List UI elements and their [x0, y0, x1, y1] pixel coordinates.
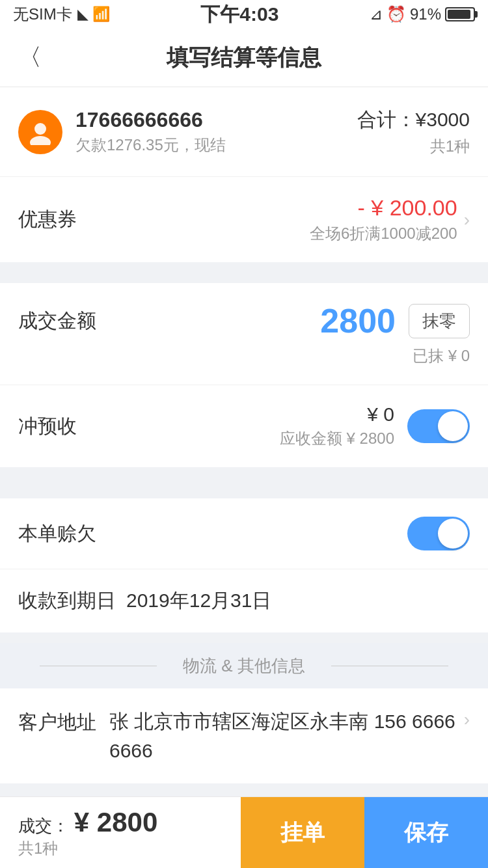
- back-button[interactable]: 〈: [18, 42, 42, 74]
- wifi-icon: ◣ 📶: [77, 6, 110, 23]
- amount-sub: 已抹 ¥ 0: [18, 346, 470, 366]
- amount-card: 成交金额 2800 抹零 已抹 ¥ 0 冲预收 ¥ 0 应收金额 ¥ 2800: [0, 283, 488, 467]
- customer-left: 17666666666 欠款1276.35元，现结: [18, 108, 226, 156]
- header-line-left: [40, 666, 157, 666]
- amount-value: 2800: [320, 301, 396, 340]
- amount-label: 成交金额: [18, 308, 96, 334]
- status-left: 无SIM卡 ◣ 📶: [13, 4, 110, 25]
- avatar: [18, 110, 62, 154]
- location-icon: ⊿: [370, 5, 383, 23]
- section-sep-1: [0, 273, 488, 283]
- carrier-label: 无SIM卡: [13, 4, 72, 25]
- total-label: 合计：: [357, 109, 416, 130]
- bottom-total-amount: ¥ 2800: [74, 807, 157, 837]
- coupon-desc: 全场6折满1000减200: [310, 223, 457, 244]
- debt-toggle[interactable]: [407, 517, 470, 550]
- customer-info: 17666666666 欠款1276.35元，现结: [75, 108, 226, 156]
- customer-card: 17666666666 欠款1276.35元，现结 合计：¥3000 共1种 优…: [0, 87, 488, 262]
- nav-bar: 〈 填写结算等信息: [0, 29, 488, 87]
- advance-row: 冲预收 ¥ 0 应收金额 ¥ 2800: [18, 403, 470, 449]
- content-area: 17666666666 欠款1276.35元，现结 合计：¥3000 共1种 优…: [0, 87, 488, 868]
- battery-percent: 91%: [410, 5, 441, 23]
- debt-card: 本单赊欠 收款到期日 2019年12月31日: [0, 498, 488, 632]
- status-right: ⊿ ⏰ 91%: [370, 5, 475, 23]
- bottom-total-label: 成交：: [18, 816, 69, 835]
- amount-right: 2800 抹零: [320, 301, 470, 340]
- due-date-value: 2019年12月31日: [126, 588, 271, 614]
- advance-sub: 应收金额 ¥ 2800: [280, 428, 394, 449]
- logistics-label: 物流 & 其他信息: [183, 655, 305, 677]
- alarm-icon: ⏰: [386, 5, 406, 23]
- customer-count: 共1种: [357, 136, 470, 157]
- status-bar: 无SIM卡 ◣ 📶 下午4:03 ⊿ ⏰ 91%: [0, 0, 488, 29]
- logistics-header: 物流 & 其他信息: [0, 643, 488, 688]
- debt-row: 本单赊欠: [0, 498, 488, 569]
- bottom-total-row: 成交： ¥ 2800: [18, 807, 241, 838]
- advance-right: ¥ 0 应收金额 ¥ 2800: [280, 403, 470, 449]
- coupon-chevron: ›: [464, 210, 470, 230]
- address-label: 客户地址: [18, 707, 96, 736]
- toggle-knob: [438, 411, 468, 441]
- section-sep-2: [0, 478, 488, 488]
- svg-point-1: [30, 136, 51, 145]
- customer-sub: 欠款1276.35元，现结: [75, 135, 226, 156]
- header-line-right: [331, 666, 448, 666]
- bottom-count: 共1种: [18, 838, 241, 859]
- coupon-row[interactable]: 优惠券 - ¥ 200.00 全场6折满1000减200 ›: [0, 176, 488, 262]
- customer-right: 合计：¥3000 共1种: [357, 107, 470, 157]
- advance-amount: ¥ 0: [280, 403, 394, 426]
- save-button[interactable]: 保存: [364, 797, 488, 869]
- coupon-label: 优惠券: [18, 206, 77, 233]
- advance-label: 冲预收: [18, 413, 77, 440]
- customer-row: 17666666666 欠款1276.35元，现结 合计：¥3000 共1种: [0, 87, 488, 176]
- amount-row: 成交金额 2800 抹零: [18, 301, 470, 340]
- round-button[interactable]: 抹零: [409, 304, 470, 338]
- customer-phone: 17666666666: [75, 108, 226, 132]
- total-amount: ¥3000: [416, 109, 470, 130]
- advance-toggle[interactable]: [407, 409, 470, 443]
- address-value: 张 北京市市辖区海淀区永丰南 156 6666 6666: [109, 707, 457, 765]
- address-section[interactable]: 客户地址 张 北京市市辖区海淀区永丰南 156 6666 6666 ›: [0, 688, 488, 783]
- status-time: 下午4:03: [200, 1, 278, 28]
- battery-icon: [445, 7, 475, 21]
- customer-total: 合计：¥3000: [357, 107, 470, 133]
- debt-toggle-knob: [438, 519, 468, 549]
- coupon-right: - ¥ 200.00 全场6折满1000减200: [310, 195, 457, 244]
- debt-label: 本单赊欠: [18, 521, 96, 547]
- hold-button[interactable]: 挂单: [241, 797, 364, 869]
- coupon-amount: - ¥ 200.00: [358, 195, 457, 221]
- advance-section: 冲预收 ¥ 0 应收金额 ¥ 2800: [0, 385, 488, 467]
- svg-point-0: [34, 123, 46, 135]
- due-date-row: 收款到期日 2019年12月31日: [0, 569, 488, 632]
- amount-section: 成交金额 2800 抹零 已抹 ¥ 0: [0, 283, 488, 385]
- address-chevron: ›: [464, 707, 470, 730]
- due-date-label: 收款到期日: [18, 588, 116, 614]
- page-title: 填写结算等信息: [167, 43, 321, 73]
- advance-amount-group: ¥ 0 应收金额 ¥ 2800: [280, 403, 394, 449]
- bottom-bar: 成交： ¥ 2800 共1种 挂单 保存: [0, 796, 488, 868]
- bottom-summary: 成交： ¥ 2800 共1种: [0, 807, 241, 859]
